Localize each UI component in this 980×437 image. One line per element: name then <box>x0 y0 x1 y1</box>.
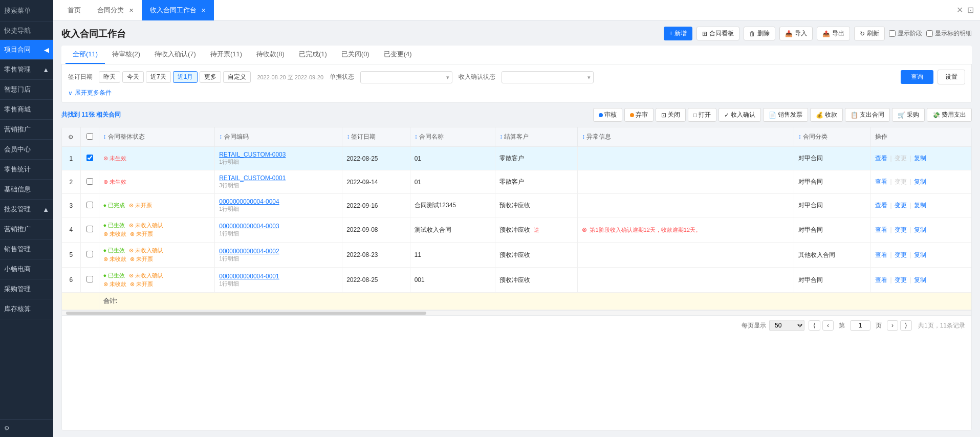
filter-tab-closed[interactable]: 已关闭(0) <box>334 46 377 64</box>
tab-contract-cat-close[interactable]: ✕ <box>129 7 134 13</box>
income-confirm-select[interactable] <box>502 71 594 83</box>
sales-invoice-btn[interactable]: 📄 销售发票 <box>763 108 808 122</box>
col-name[interactable]: ↕ 合同名称 <box>410 127 495 147</box>
change-btn[interactable]: 变更 <box>895 202 907 209</box>
change-btn[interactable]: 变更 <box>895 251 907 258</box>
sidebar-item-retail[interactable]: 零售管理 ▲ <box>0 60 53 80</box>
sidebar-item-inventory[interactable]: 库存核算 <box>0 299 53 319</box>
row-checkbox[interactable] <box>80 243 99 268</box>
col-code[interactable]: ↕ 合同编码 <box>215 127 342 147</box>
show-stages-checkbox[interactable]: 显示阶段 <box>889 29 922 38</box>
filter-tab-pending-review[interactable]: 待审核(2) <box>105 46 147 64</box>
today-btn[interactable]: 今天 <box>122 71 144 83</box>
contract-link[interactable]: RETAIL_CUSTOM-0003 <box>219 151 286 158</box>
view-btn[interactable]: 查看 <box>875 226 887 233</box>
view-btn[interactable]: 查看 <box>875 155 887 162</box>
col-sign-date[interactable]: ↕ 签订日期 <box>342 127 410 147</box>
row-checkbox[interactable] <box>80 217 99 243</box>
col-status[interactable]: ↕ 合同整体状态 <box>99 127 215 147</box>
copy-btn[interactable]: 复制 <box>914 251 926 258</box>
contract-link[interactable]: RETAIL_CUSTOM-0001 <box>219 174 286 182</box>
col-category[interactable]: ↕ 合同分类 <box>794 127 870 147</box>
income-confirm-btn[interactable]: ✓ 收入确认 <box>718 108 761 122</box>
view-btn[interactable]: 查看 <box>875 251 887 258</box>
sidebar-settings[interactable]: ⚙ <box>0 419 53 437</box>
sidebar-item-marketing1[interactable]: 营销推广 <box>0 120 53 140</box>
show-detail-checkbox[interactable]: 显示标的明细 <box>926 29 972 38</box>
sidebar-quick-nav[interactable]: 快捷导航 <box>0 22 53 40</box>
sidebar-item-sales[interactable]: 销售管理 <box>0 239 53 259</box>
sidebar-item-project[interactable]: 项目合同 ◀ <box>0 40 53 60</box>
import-button[interactable]: 📥 导入 <box>779 27 813 40</box>
sidebar-item-onlinestore[interactable]: 零售商城 <box>0 100 53 120</box>
sidebar-item-purchase[interactable]: 采购管理 <box>0 279 53 299</box>
setting-button[interactable]: 设置 <box>938 70 965 84</box>
copy-btn[interactable]: 复制 <box>914 155 926 162</box>
review-btn[interactable]: 审核 <box>593 108 622 122</box>
sidebar-item-member[interactable]: 会员中心 <box>0 140 53 160</box>
query-button[interactable]: 查询 <box>901 70 933 84</box>
purchase-btn[interactable]: 🛒 采购 <box>892 108 925 122</box>
close-window-icon[interactable]: ✕ <box>956 5 963 15</box>
doc-status-select[interactable] <box>360 71 452 83</box>
copy-btn[interactable]: 复制 <box>914 178 926 185</box>
more-date-btn[interactable]: 更多 <box>200 71 221 83</box>
sidebar-search[interactable]: 搜索菜单 <box>0 0 53 22</box>
filter-tab-all[interactable]: 全部(11) <box>66 46 105 64</box>
row-checkbox[interactable] <box>80 194 99 217</box>
sidebar-item-basic[interactable]: 基础信息 <box>0 180 53 200</box>
payment-btn[interactable]: 💰 收款 <box>810 108 843 122</box>
first-page-btn[interactable]: ⟨ <box>809 320 820 331</box>
row-checkbox[interactable] <box>80 170 99 194</box>
col-customer[interactable]: ↕ 结算客户 <box>495 127 577 147</box>
close-btn[interactable]: ⊡ 关闭 <box>656 108 686 122</box>
last1month-btn[interactable]: 近1月 <box>173 71 198 83</box>
sidebar-item-ecom[interactable]: 小畅电商 <box>0 259 53 279</box>
sidebar-item-marketing2[interactable]: 营销推广 <box>0 220 53 239</box>
export-button[interactable]: 📤 导出 <box>817 27 850 40</box>
tab-contract-cat[interactable]: 合同分类 ✕ <box>89 0 142 20</box>
view-btn[interactable]: 查看 <box>875 202 887 209</box>
filter-tab-changed[interactable]: 已变更(4) <box>377 46 419 64</box>
copy-btn[interactable]: 复制 <box>914 202 926 209</box>
last7days-btn[interactable]: 近7天 <box>146 71 171 83</box>
expense-out-btn[interactable]: 💸 费用支出 <box>927 108 972 122</box>
view-btn[interactable]: 查看 <box>875 276 887 283</box>
contract-link[interactable]: 0000000000004-0001 <box>219 273 279 280</box>
expand-btn[interactable]: ∨ 展开更多条件 <box>68 89 112 97</box>
horizontal-scrollbar[interactable] <box>66 312 426 315</box>
kanban-button[interactable]: ⊞ 合同看板 <box>696 27 739 40</box>
sidebar-item-stats[interactable]: 零售统计 <box>0 160 53 180</box>
prev-page-btn[interactable]: ‹ <box>822 320 834 331</box>
yesterday-btn[interactable]: 昨天 <box>99 71 120 83</box>
delete-button[interactable]: 🗑 删除 <box>744 27 775 40</box>
filter-tab-pending-invoice[interactable]: 待开票(11) <box>203 46 249 64</box>
contract-link[interactable]: 0000000000004-0002 <box>219 248 279 255</box>
change-btn[interactable]: 变更 <box>895 155 907 162</box>
resize-window-icon[interactable]: ⊡ <box>967 5 974 15</box>
contract-link[interactable]: 0000000000004-0003 <box>219 223 279 230</box>
view-btn[interactable]: 查看 <box>875 178 887 185</box>
change-btn[interactable]: 变更 <box>895 276 907 283</box>
next-page-btn[interactable]: › <box>887 320 898 331</box>
tab-income-workbench-close[interactable]: ✕ <box>201 7 206 13</box>
copy-btn[interactable]: 复制 <box>914 276 926 283</box>
sidebar-item-wholesale[interactable]: 批发管理 ▲ <box>0 200 53 220</box>
filter-tab-completed[interactable]: 已完成(1) <box>292 46 334 64</box>
refresh-button[interactable]: ↻ 刷新 <box>854 27 885 40</box>
sidebar-item-smartstore[interactable]: 智慧门店 <box>0 80 53 100</box>
abandon-btn[interactable]: 弃审 <box>624 108 654 122</box>
out-contract-btn[interactable]: 📋 支出合同 <box>845 108 890 122</box>
filter-tab-pending-income-confirm[interactable]: 待收入确认(7) <box>147 46 203 64</box>
last-page-btn[interactable]: ⟩ <box>900 320 912 331</box>
row-checkbox[interactable] <box>80 268 99 293</box>
open-btn[interactable]: □ 打开 <box>688 108 716 122</box>
col-checkbox[interactable] <box>80 127 99 147</box>
page-size-select[interactable]: 10 20 50 100 <box>769 320 804 331</box>
page-number-input[interactable] <box>850 320 870 331</box>
change-btn[interactable]: 变更 <box>895 226 907 233</box>
col-abnormal[interactable]: ↕ 异常信息 <box>578 127 794 147</box>
row-checkbox[interactable] <box>80 147 99 170</box>
col-settings[interactable]: ⚙ <box>62 127 80 147</box>
tab-income-workbench[interactable]: 收入合同工作台 ✕ <box>142 0 214 20</box>
